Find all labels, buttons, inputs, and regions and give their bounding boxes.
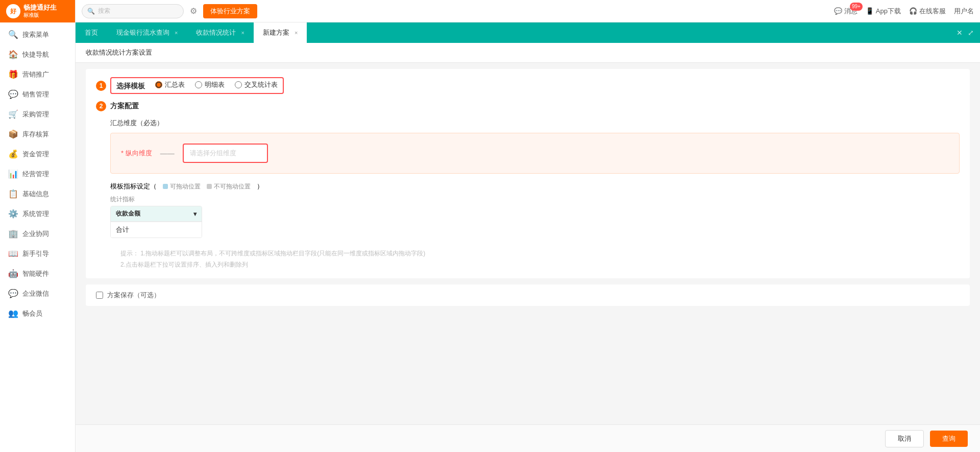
sidebar-item-finance[interactable]: 💰资金管理 xyxy=(0,144,75,164)
query-button[interactable]: 查询 xyxy=(930,431,968,447)
save-checkbox[interactable] xyxy=(96,292,103,299)
section1-title: 选择模板 xyxy=(116,82,145,90)
inventory-label: 库存核算 xyxy=(22,130,49,139)
user-area[interactable]: 用户名 xyxy=(954,7,974,16)
industry-btn[interactable]: 体验行业方案 xyxy=(203,4,257,18)
radio-detail[interactable]: 明细表 xyxy=(195,80,225,89)
radio-detail-label: 明细表 xyxy=(205,80,225,89)
radio-cross-input[interactable] xyxy=(235,81,242,88)
tab-maximize-icon[interactable]: ⤢ xyxy=(968,29,974,37)
summary-dim-title: 汇总维度（必选） xyxy=(110,118,960,128)
app-download-label: App下载 xyxy=(876,7,901,16)
main-area: 🔍 搜索 ⚙ 体验行业方案 💬 消息 99+ 📱 App下载 🎧 在线客服 用户… xyxy=(76,0,980,452)
tab-cash-flow-close[interactable]: × xyxy=(175,30,178,36)
save-label: 方案保存（可选） xyxy=(107,291,160,300)
basic-info-icon: 📋 xyxy=(8,189,18,199)
tab-home[interactable]: 首页 xyxy=(76,22,107,43)
member-icon: 👥 xyxy=(8,308,18,318)
metrics-row-label: 合计 xyxy=(116,226,129,233)
tab-close-all-icon[interactable]: ✕ xyxy=(957,29,963,37)
tab-new-plan-label: 新建方案 xyxy=(263,28,289,37)
logo-text-block: 畅捷通好生 标准版 xyxy=(23,4,57,19)
quick-nav-icon: 🏠 xyxy=(8,50,18,59)
metrics-section: 模板指标设定（ 可拖动位置 不可拖动位置 ） xyxy=(110,182,960,238)
service-icon: 🎧 xyxy=(909,7,917,15)
tab-home-label: 首页 xyxy=(85,28,98,37)
tab-cash-flow[interactable]: 现金银行流水查询 × xyxy=(107,22,187,43)
radio-detail-input[interactable] xyxy=(195,81,202,88)
sidebar-item-sales[interactable]: 💬销售管理 xyxy=(0,84,75,104)
metrics-dropdown-icon[interactable]: ▾ xyxy=(193,210,197,218)
finance-icon: 💰 xyxy=(8,149,18,159)
section1-header: 1 选择模板 汇总表 明细表 xyxy=(96,77,960,94)
marketing-label: 营销推广 xyxy=(22,70,49,79)
draggable-label: 可拖动位置 xyxy=(170,182,201,191)
content-area: 收款情况统计方案设置 1 选择模板 汇总表 xyxy=(76,43,980,452)
sidebar-item-search-menu[interactable]: 🔍搜索菜单 xyxy=(0,25,75,44)
system-label: 系统管理 xyxy=(22,209,49,219)
radio-cross-label: 交叉统计表 xyxy=(244,80,278,89)
metrics-title-text: 模板指标设定（ xyxy=(110,182,157,191)
footer-bar: 取消 查询 xyxy=(76,424,980,452)
sales-icon: 💬 xyxy=(8,89,18,99)
undraggable-dot xyxy=(207,184,212,189)
message-badge: 99+ xyxy=(850,3,863,11)
logo-sub: 标准版 xyxy=(23,12,57,19)
app-download-btn[interactable]: 📱 App下载 xyxy=(866,7,901,16)
member-label: 畅会员 xyxy=(22,309,42,318)
sidebar-item-quick-nav[interactable]: 🏠快捷导航 xyxy=(0,44,75,64)
tabs-bar-right: ✕ ⤢ xyxy=(957,29,980,37)
sidebar-item-marketing[interactable]: 🎁营销推广 xyxy=(0,64,75,84)
tips-section: 提示： 1.拖动标题栏可以调整布局，不可跨维度或指标区域拖动栏目字段(只能在同一… xyxy=(110,248,960,270)
sidebar-item-smart-hw[interactable]: 🤖智能硬件 xyxy=(0,264,75,283)
undraggable-hint: 不可拖动位置 xyxy=(207,182,251,191)
message-btn[interactable]: 💬 消息 99+ xyxy=(834,7,857,16)
form-section: 1 选择模板 汇总表 明细表 xyxy=(86,69,970,278)
sidebar-item-system[interactable]: ⚙️系统管理 xyxy=(0,204,75,224)
sidebar-item-wechat[interactable]: 💬企业微信 xyxy=(0,283,75,303)
purchase-label: 采购管理 xyxy=(22,110,49,119)
metrics-row-total: 合计 xyxy=(111,222,202,237)
sidebar-item-member[interactable]: 👥畅会员 xyxy=(0,303,75,323)
sidebar-item-purchase[interactable]: 🛒采购管理 xyxy=(0,104,75,124)
tab-collection[interactable]: 收款情况统计 × xyxy=(187,22,253,43)
message-icon: 💬 xyxy=(834,7,842,15)
sidebar-item-inventory[interactable]: 📦库存核算 xyxy=(0,124,75,144)
basic-info-label: 基础信息 xyxy=(22,189,49,199)
dim-placeholder: 请选择分组维度 xyxy=(190,149,236,157)
system-icon: ⚙️ xyxy=(8,209,18,219)
metrics-left: 统计指标 收款金额 ▾ 合计 xyxy=(110,195,202,238)
sidebar: 好 畅捷通好生 标准版 🔍搜索菜单🏠快捷导航🎁营销推广💬销售管理🛒采购管理📦库存… xyxy=(0,0,76,452)
search-box[interactable]: 🔍 搜索 xyxy=(82,4,184,18)
draggable-dot xyxy=(163,184,168,189)
section2-num: 2 xyxy=(96,101,106,111)
sidebar-item-enterprise[interactable]: 🏢企业协同 xyxy=(0,224,75,244)
settings-icon[interactable]: ⚙ xyxy=(190,6,197,16)
metrics-close-paren: ） xyxy=(257,182,263,191)
wechat-label: 企业微信 xyxy=(22,289,49,298)
section2-title: 方案配置 xyxy=(110,102,139,111)
tabs-bar: 首页 现金银行流水查询 × 收款情况统计 × 新建方案 × ✕ ⤢ xyxy=(76,22,980,43)
enterprise-label: 企业协同 xyxy=(22,229,49,239)
radio-cross[interactable]: 交叉统计表 xyxy=(235,80,278,89)
tab-new-plan-close[interactable]: × xyxy=(295,30,298,36)
wechat-icon: 💬 xyxy=(8,289,18,298)
undraggable-label: 不可拖动位置 xyxy=(214,182,251,191)
section1-num: 1 xyxy=(96,81,106,91)
sidebar-item-guide[interactable]: 📖新手引导 xyxy=(0,244,75,264)
tab-collection-close[interactable]: × xyxy=(241,30,244,36)
online-service-btn[interactable]: 🎧 在线客服 xyxy=(909,7,946,16)
dimension-area: * 纵向维度 —— 请选择分组维度 xyxy=(110,133,960,174)
radio-summary-label: 汇总表 xyxy=(165,80,185,89)
metrics-header[interactable]: 收款金额 ▾ xyxy=(111,206,202,222)
sidebar-item-basic-info[interactable]: 📋基础信息 xyxy=(0,184,75,204)
inventory-icon: 📦 xyxy=(8,129,18,139)
tip-2: 2.点击标题栏下拉可设置排序、插入列和删除列 xyxy=(120,259,960,271)
sidebar-item-operations[interactable]: 📊经营管理 xyxy=(0,164,75,184)
cancel-button[interactable]: 取消 xyxy=(885,430,924,447)
dim-selector[interactable]: 请选择分组维度 xyxy=(183,144,268,163)
radio-summary[interactable]: 汇总表 xyxy=(155,80,185,89)
radio-summary-input[interactable] xyxy=(155,81,162,88)
tab-new-plan[interactable]: 新建方案 × xyxy=(254,22,307,43)
tip-1: 提示： 1.拖动标题栏可以调整布局，不可跨维度或指标区域拖动栏目字段(只能在同一… xyxy=(120,248,960,259)
